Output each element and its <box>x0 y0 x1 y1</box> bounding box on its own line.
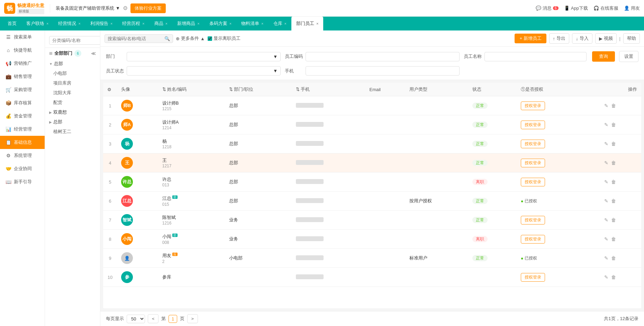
col-dept[interactable]: ⇅ 部门/职位 <box>225 83 292 96</box>
auth-button[interactable]: 授权登录 <box>521 140 545 148</box>
tab-home[interactable]: 首页 <box>3 17 21 30</box>
settings-icon[interactable]: ⚙ <box>123 5 128 11</box>
dept-item-xiaodian[interactable]: 小电部 <box>45 69 100 78</box>
empstatus-select[interactable]: ▼ <box>127 66 281 76</box>
auth-button[interactable]: 授权登录 <box>521 235 545 244</box>
delete-icon[interactable]: 🗑 <box>611 179 616 185</box>
tab-history[interactable]: 经营历程 × <box>117 17 149 30</box>
phone-input[interactable] <box>306 66 460 76</box>
tab-add-goods[interactable]: 新增商品 × <box>172 17 204 30</box>
sidebar-item-inventory[interactable]: 📦 库存核算 <box>0 96 45 109</box>
close-icon[interactable]: × <box>229 21 232 26</box>
prev-btn[interactable]: ＜ <box>148 314 158 323</box>
close-icon[interactable]: × <box>165 21 167 26</box>
col-phone[interactable]: ⇅ 手机 <box>292 83 365 96</box>
add-employee-button[interactable]: + 新增员工 <box>515 34 546 43</box>
auth-button[interactable]: 授权登录 <box>521 102 545 110</box>
per-page-select[interactable]: 50 <box>127 315 145 323</box>
dept-search-input[interactable] <box>49 36 100 45</box>
edit-icon[interactable]: ✎ <box>604 236 608 242</box>
auth-button[interactable]: 授权登录 <box>521 159 545 167</box>
auth-button[interactable]: 授权登录 <box>521 178 545 186</box>
delete-icon[interactable]: 🗑 <box>611 198 616 204</box>
tab-department[interactable]: 部门员工 × <box>291 17 323 30</box>
import-button[interactable]: ↓ 导入 <box>572 33 592 44</box>
close-icon[interactable]: × <box>78 21 80 26</box>
delete-icon[interactable]: 🗑 <box>611 217 616 223</box>
tab-barcode[interactable]: 条码方案 × <box>205 17 236 30</box>
tab-goods[interactable]: 商品 × <box>149 17 172 30</box>
delete-icon[interactable]: 🗑 <box>611 141 616 147</box>
sidebar-item-purchase[interactable]: 🛒 采购管理 <box>0 83 45 96</box>
export-button[interactable]: ↑ 导出 <box>549 33 570 44</box>
dept-group-zongbu[interactable]: ▼ 总部 <box>45 59 100 69</box>
tab-bom[interactable]: 物料清单 × <box>236 17 268 30</box>
app-download-item[interactable]: 📱 App下载 <box>564 5 588 11</box>
system-title-select[interactable]: 装备及固定资产辅助管理系统 ▼ <box>56 5 120 11</box>
dept-group-shuanglu[interactable]: ▶ 双鹿想 <box>45 107 100 117</box>
dept-all-label[interactable]: 全部部门 <box>54 50 72 56</box>
next-btn[interactable]: ＞ <box>187 314 198 323</box>
sidebar-item-system[interactable]: ⚙ 系统管理 <box>0 149 45 162</box>
edit-icon[interactable]: ✎ <box>604 160 608 166</box>
online-service-item[interactable]: 🎧 在线客服 <box>593 5 618 11</box>
sidebar-item-finance[interactable]: 💰 资金管理 <box>0 109 45 123</box>
empcode-input[interactable] <box>306 52 460 61</box>
dept-collapse-icon[interactable]: ≪ <box>91 51 96 56</box>
delete-icon[interactable]: 🗑 <box>611 274 616 280</box>
sidebar-item-basic[interactable]: 📋 基础信息 <box>0 136 45 149</box>
edit-icon[interactable]: ✎ <box>604 255 608 261</box>
delete-icon[interactable]: 🗑 <box>611 103 616 108</box>
dept-item-project[interactable]: 项目库房 <box>45 78 100 88</box>
close-icon[interactable]: × <box>110 21 112 26</box>
close-icon[interactable]: × <box>46 21 48 26</box>
close-icon[interactable]: × <box>316 21 318 26</box>
sidebar-item-guide[interactable]: 📖 新手引导 <box>0 175 45 188</box>
sidebar-item-collab[interactable]: 🤝 企业协同 <box>0 162 45 175</box>
close-icon[interactable]: × <box>261 21 263 26</box>
sidebar-item-nav[interactable]: ⌂ 快捷导航 <box>0 44 45 57</box>
edit-icon[interactable]: ✎ <box>604 274 608 280</box>
resigned-checkbox-input[interactable] <box>208 36 212 41</box>
tab-operation[interactable]: 经营情况 × <box>53 17 85 30</box>
dept-edit-btn[interactable]: 6 <box>74 50 81 57</box>
close-icon[interactable]: × <box>142 21 144 26</box>
auth-button[interactable]: 授权登录 <box>521 216 545 224</box>
auth-button[interactable]: 授权登录 <box>521 121 545 129</box>
view-button[interactable]: ▶ 视频 <box>595 33 617 44</box>
user-item[interactable]: 👤 用友 <box>624 5 640 11</box>
dept-item-peihuo[interactable]: 配货 <box>45 98 100 107</box>
empname-input[interactable] <box>484 52 587 61</box>
edit-icon[interactable]: ✎ <box>604 141 608 147</box>
col-name[interactable]: ⇅ 姓名/编码 <box>158 83 225 96</box>
help-button[interactable]: 帮助 <box>623 33 640 44</box>
filter-more-btn[interactable]: ⊕ 更多条件 ▲ <box>176 35 205 42</box>
edit-icon[interactable]: ✎ <box>604 103 608 108</box>
tab-customer[interactable]: 客户联络 × <box>21 17 53 30</box>
sidebar-item-sales[interactable]: 💼 销售管理 <box>0 70 45 83</box>
edit-icon[interactable]: ✎ <box>604 217 608 223</box>
tab-profit[interactable]: 利润报告 × <box>85 17 117 30</box>
delete-icon[interactable]: 🗑 <box>611 236 616 242</box>
search-icon[interactable]: 🔍 <box>164 36 170 41</box>
close-icon[interactable]: × <box>197 21 199 26</box>
edit-icon[interactable]: ✎ <box>604 198 608 204</box>
col-settings[interactable]: ⚙ <box>103 83 117 96</box>
dept-select[interactable]: ▼ <box>127 52 281 61</box>
sidebar-item-search[interactable]: ☰ 搜索菜单 <box>0 30 45 44</box>
experience-button[interactable]: 体验行业方案 <box>130 3 166 13</box>
delete-icon[interactable]: 🗑 <box>611 255 616 261</box>
message-item[interactable]: 💬 消息 6 <box>536 5 559 11</box>
tab-warehouse[interactable]: 仓库 × <box>269 17 291 30</box>
reset-button[interactable]: 设置 <box>619 51 638 62</box>
edit-icon[interactable]: ✎ <box>604 179 608 185</box>
show-resigned-checkbox[interactable]: 显示离职员工 <box>208 35 241 42</box>
close-icon[interactable]: × <box>284 21 287 26</box>
dept-group-zongbu2[interactable]: ▶ 总部 <box>45 117 100 127</box>
dept-item-shenyang[interactable]: 沈阳大库 <box>45 88 100 98</box>
search-input[interactable] <box>108 36 163 41</box>
dept-item-zhishu[interactable]: 植树王二 <box>45 127 100 136</box>
edit-icon[interactable]: ✎ <box>604 122 608 127</box>
sidebar-item-marketing[interactable]: 📢 营销推广 <box>0 57 45 70</box>
delete-icon[interactable]: 🗑 <box>611 160 616 166</box>
